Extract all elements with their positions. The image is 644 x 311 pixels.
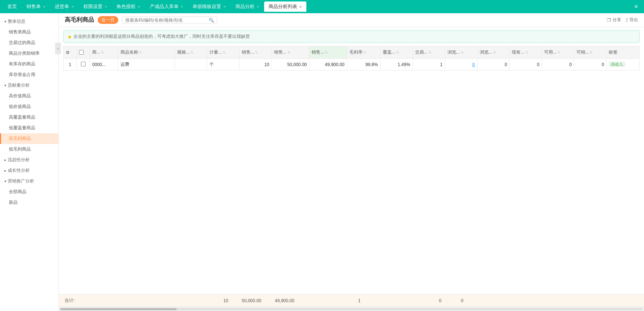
col-header-browse2[interactable]: 浏览... ⇅ — [477, 46, 510, 59]
col-header-tag[interactable]: 标签 — [607, 46, 640, 59]
row-browse1[interactable]: 0 — [445, 59, 477, 70]
nav-tab-home-label: 首页 — [7, 3, 17, 10]
sidebar-item-high-margin[interactable]: 高毛利商品 — [0, 133, 58, 144]
sidebar-item-sales-goods[interactable]: 销售类商品 — [0, 27, 58, 37]
close-icon[interactable]: × — [257, 4, 259, 9]
horizontal-scrollbar[interactable] — [59, 307, 644, 311]
sidebar-group-marketing[interactable]: ▾ 营销推广分析 — [0, 176, 58, 187]
row-transaction: 1 — [413, 59, 445, 70]
sidebar-item-category-rate[interactable]: 商品分类助销率 — [0, 48, 58, 59]
close-icon[interactable]: × — [105, 4, 107, 9]
select-all-checkbox[interactable] — [79, 50, 84, 55]
nav-tab-purchase[interactable]: 进货单 × — [50, 1, 78, 12]
sidebar-collapse-button[interactable]: « — [55, 43, 61, 54]
nav-tab-template-label: 单据模板设置 — [193, 3, 221, 10]
row-num: 1 — [64, 59, 77, 70]
nav-tab-sales[interactable]: 销售单 × — [22, 1, 50, 12]
nav-tab-template[interactable]: 单据模板设置 × — [188, 1, 230, 12]
sidebar-item-low-margin[interactable]: 低毛利商品 — [0, 144, 58, 155]
col-header-code[interactable]: 商... ⇅ — [90, 46, 118, 59]
col-header-current-stock[interactable]: 现有... ⇅ — [510, 46, 542, 59]
sidebar-group-contribution[interactable]: ▾ 贡献量分析 — [0, 80, 58, 91]
table-footer: 合计: 10 50,000.00 49,900.00 1 0 0 — [59, 294, 644, 307]
nav-tab-analysis-list[interactable]: 商品分析列表 × — [264, 1, 306, 12]
content-header: 高毛利商品 近一月 🔍 ❐ 分享 ⤴ 导出 — [59, 13, 644, 27]
col-header-checkbox[interactable] — [77, 46, 90, 59]
footer-sales-cost: 49,900.00 — [263, 298, 296, 303]
row-sales-cost: 49,900.00 — [309, 59, 347, 70]
close-icon[interactable]: × — [299, 4, 302, 9]
sort-icon: ⇅ — [287, 50, 290, 54]
nav-tab-analysis[interactable]: 商品分析 × — [231, 1, 263, 12]
sidebar-item-stock-funds[interactable]: 库存资金占用 — [0, 69, 58, 80]
col-header-saleable-stock[interactable]: 可销... ⇅ — [574, 46, 607, 59]
share-button[interactable]: ❐ 分享 — [607, 17, 621, 23]
sidebar-item-low-value[interactable]: 低价值商品 — [0, 101, 58, 112]
sidebar-item-all-goods[interactable]: 全部商品 — [0, 187, 58, 197]
col-header-browse1[interactable]: 浏览... ⇅ — [445, 46, 477, 59]
sidebar-item-new-goods[interactable]: 新品 — [0, 197, 58, 208]
sidebar-group-trend[interactable]: ▸ 流趋性分析 — [0, 155, 58, 165]
data-table: ⚙ 商... ⇅ 商品名称 — [63, 46, 640, 70]
header-actions: ❐ 分享 ⤴ 导出 — [607, 17, 638, 23]
col-header-available-stock[interactable]: 可用... ⇅ — [542, 46, 574, 59]
row-tag: 高收入 — [607, 59, 640, 70]
footer-label: 合计: — [65, 297, 75, 304]
footer-cells: 10 50,000.00 49,900.00 1 0 0 — [76, 298, 638, 303]
content-area: 高毛利商品 近一月 🔍 ❐ 分享 ⤴ 导出 ◆ 企业的主要的利润都是这部分商品创… — [59, 13, 644, 311]
col-header-settings[interactable]: ⚙ — [64, 46, 77, 59]
close-icon[interactable]: × — [181, 4, 183, 9]
chevron-down-icon: ▾ — [4, 19, 6, 23]
sort-icon: ⇅ — [363, 50, 366, 54]
row-checkbox[interactable] — [77, 59, 90, 70]
sidebar: ▾ 整体信息 销售类商品 交易过的商品 商品分类助销率 有库存的商品 库存资金占… — [0, 13, 59, 311]
sidebar-item-stocked-goods[interactable]: 有库存的商品 — [0, 59, 58, 69]
col-header-sales-amount[interactable]: 销售... ⇅ — [271, 46, 309, 59]
sort-icon: ⇅ — [101, 50, 104, 54]
main-layout: ▾ 整体信息 销售类商品 交易过的商品 商品分类助销率 有库存的商品 库存资金占… — [0, 13, 644, 311]
close-icon[interactable]: × — [43, 4, 45, 9]
sidebar-group-overall[interactable]: ▾ 整体信息 — [0, 16, 58, 27]
sidebar-item-high-value[interactable]: 高价值商品 — [0, 91, 58, 101]
col-header-name[interactable]: 商品名称 ⇅ — [118, 46, 175, 59]
export-button[interactable]: ⤴ 导出 — [626, 17, 638, 23]
table-container: ⚙ 商... ⇅ 商品名称 — [59, 46, 644, 294]
col-header-spec[interactable]: 规格... ⇅ — [175, 46, 207, 59]
nav-tab-role[interactable]: 角色授权 × — [112, 1, 144, 12]
col-header-transaction[interactable]: 交易... ⇅ — [413, 46, 445, 59]
col-header-gross-margin[interactable]: 毛利率 ⇅ — [347, 46, 380, 59]
footer-spacer2 — [296, 298, 341, 303]
sidebar-item-traded-goods[interactable]: 交易过的商品 — [0, 37, 58, 48]
page-title: 高毛利商品 — [65, 16, 94, 24]
search-input[interactable] — [125, 18, 207, 23]
scroll-track[interactable] — [60, 308, 643, 310]
sort-icon: ⇅ — [590, 50, 593, 54]
sidebar-item-low-coverage[interactable]: 低覆盖量商品 — [0, 123, 58, 133]
top-nav: 首页 销售单 × 进货单 × 权限设置 × 角色授权 × 产成品入库单 × 单据… — [0, 0, 644, 13]
sidebar-group-contribution-items: 高价值商品 低价值商品 高覆盖量商品 低覆盖量商品 高毛利商品 低毛利商品 — [0, 91, 58, 155]
row-spec — [175, 59, 207, 70]
search-icon[interactable]: 🔍 — [209, 18, 214, 23]
col-header-unit[interactable]: 计量... ⇅ — [207, 46, 239, 59]
search-box[interactable]: 🔍 — [122, 17, 217, 24]
period-button[interactable]: 近一月 — [98, 16, 118, 24]
sidebar-group-growth[interactable]: ▸ 成长性分析 — [0, 165, 58, 176]
nav-tab-permissions[interactable]: 权限设置 × — [79, 1, 111, 12]
close-all-button[interactable]: × — [631, 3, 641, 11]
nav-tab-home[interactable]: 首页 — [3, 1, 21, 12]
sort-icon: ⇅ — [461, 50, 464, 54]
nav-tab-sales-label: 销售单 — [26, 3, 41, 10]
close-icon[interactable]: × — [71, 4, 73, 9]
sort-icon: ⇅ — [223, 50, 226, 54]
col-header-coverage[interactable]: 覆盖... ⇅ — [380, 46, 413, 59]
close-icon[interactable]: × — [223, 4, 226, 9]
col-header-sales-qty[interactable]: 销售... ⇅ — [239, 46, 271, 59]
col-header-sales-cost[interactable]: 销售... ⇅ — [309, 46, 347, 59]
settings-icon[interactable]: ⚙ — [66, 50, 70, 55]
scroll-thumb[interactable] — [60, 308, 177, 310]
row-select-checkbox[interactable] — [81, 62, 86, 66]
nav-tab-warehouse[interactable]: 产成品入库单 × — [145, 1, 187, 12]
sidebar-item-high-coverage[interactable]: 高覆盖量商品 — [0, 112, 58, 123]
row-sales-amount: 50,000.00 — [271, 59, 309, 70]
close-icon[interactable]: × — [138, 4, 140, 9]
